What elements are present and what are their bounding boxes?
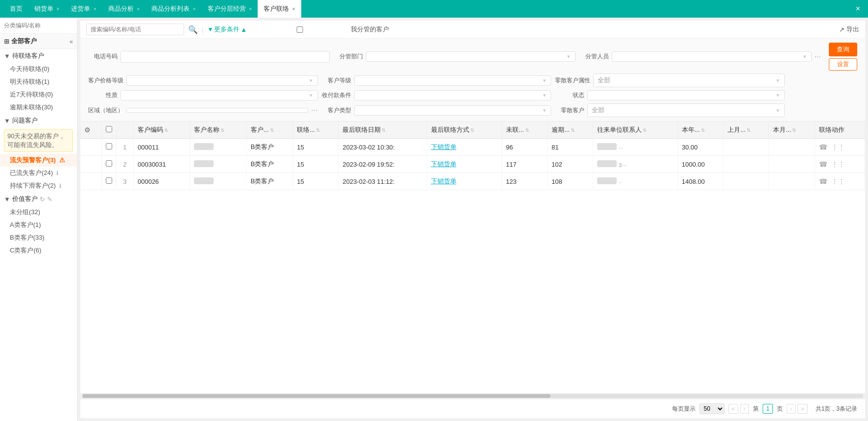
type-sort[interactable]: ⇅: [270, 127, 274, 133]
sidebar-item-b-class[interactable]: B类客户(33): [0, 231, 77, 244]
nav-item-sales[interactable]: 销货单 ×: [28, 0, 65, 18]
search-button[interactable]: 🔍: [188, 25, 198, 34]
all-customers-header[interactable]: ⊞ 全部客户 «: [0, 34, 77, 49]
gear-header[interactable]: ⚙: [80, 122, 101, 139]
nav-item-purchase[interactable]: 进货单 ×: [65, 0, 102, 18]
row2-menu-icon[interactable]: ⋮⋮: [831, 160, 845, 168]
row2-type: B类客户: [246, 156, 292, 173]
manager-more[interactable]: ···: [815, 52, 821, 61]
refresh-icon[interactable]: ↻: [40, 196, 45, 203]
manager-select[interactable]: ▼: [612, 51, 812, 62]
sidebar-item-a-class[interactable]: A类客户(1): [0, 219, 77, 231]
sidebar-item-c-class[interactable]: C类客户(6): [0, 244, 77, 257]
sidebar-item-churned[interactable]: 已流失客户(24) ℹ: [0, 167, 77, 179]
row2-name-blurred: [194, 160, 214, 167]
nav-item-home[interactable]: 首页: [4, 0, 28, 18]
phone-input[interactable]: [121, 51, 330, 63]
collapse-icon[interactable]: «: [70, 38, 73, 45]
chevron-up-icon: ▲: [241, 26, 247, 33]
uncontacted-sort[interactable]: ⇅: [525, 127, 529, 133]
table-gear-icon[interactable]: ⚙: [84, 126, 91, 134]
my-customers-checkbox[interactable]: [251, 26, 349, 33]
row1-menu-icon[interactable]: ⋮⋮: [831, 143, 845, 151]
close-analysis-icon[interactable]: ×: [137, 6, 140, 12]
row2-num: 2: [116, 156, 133, 173]
close-segment-icon[interactable]: ×: [249, 6, 252, 12]
section-problem-customers[interactable]: ▼ 问题客户: [0, 114, 77, 127]
row3-select[interactable]: [106, 177, 112, 184]
last-page-btn[interactable]: »: [797, 404, 808, 414]
export-button[interactable]: ↗ 导出: [839, 25, 859, 34]
page-size-select[interactable]: 50 100 200: [699, 403, 724, 414]
section-arrow-3: ▼: [4, 196, 10, 203]
scatter-select[interactable]: 全部 ▼: [587, 103, 785, 117]
method-sort[interactable]: ⇅: [470, 127, 474, 133]
scroll-track[interactable]: [82, 394, 863, 398]
row3-menu-icon[interactable]: ⋮⋮: [831, 177, 845, 185]
row1-phone-icon[interactable]: ☎: [819, 143, 827, 151]
row3-phone-icon[interactable]: ☎: [819, 177, 827, 185]
payment-select[interactable]: ▼: [354, 90, 552, 100]
row1-name-blurred: [194, 143, 214, 150]
table-area: ⚙ 客户编码⇅ 客户名称⇅ 客户...⇅ 联络...⇅ 最后联络日期⇅ 最后联络…: [80, 122, 865, 393]
settings-button[interactable]: 设置: [829, 58, 857, 71]
sidebar-search-input[interactable]: [4, 22, 77, 29]
select-all-checkbox[interactable]: [106, 126, 112, 132]
row2-phone-icon[interactable]: ☎: [819, 160, 827, 168]
nav-item-customer-contact[interactable]: 客户联络 ×: [258, 0, 301, 18]
more-conditions-btn[interactable]: ▼ 更多条件 ▲: [207, 25, 247, 34]
region-more[interactable]: ···: [311, 106, 317, 115]
sidebar-item-churn-warning[interactable]: 流失预警客户(3) ⚠: [0, 154, 77, 167]
dept-select[interactable]: ▼: [366, 51, 575, 62]
row2-select[interactable]: [106, 160, 112, 167]
horizontal-scrollbar[interactable]: [80, 393, 865, 399]
overdue-sort[interactable]: ⇅: [571, 127, 575, 133]
query-button[interactable]: 查询: [829, 43, 857, 56]
row1-liaison-blurred: [597, 143, 617, 150]
thismonth-sort[interactable]: ⇅: [792, 127, 796, 133]
sidebar-item-overdue[interactable]: 逾期未联络(30): [0, 101, 77, 114]
sidebar-item-7days[interactable]: 近7天待联络(0): [0, 88, 77, 101]
close-contact-icon[interactable]: ×: [292, 6, 295, 12]
last-date-header: 最后联络日期⇅: [338, 122, 427, 139]
close-analysis-list-icon[interactable]: ×: [193, 6, 195, 12]
close-all-tabs[interactable]: ×: [852, 4, 864, 13]
edit-icon[interactable]: ✎: [47, 196, 52, 203]
next-page-btn[interactable]: ›: [787, 404, 796, 414]
nature-select[interactable]: ▼: [121, 90, 318, 100]
customer-type-select[interactable]: ▼: [354, 105, 552, 116]
prev-page-btn[interactable]: ‹: [740, 404, 749, 414]
row1-select[interactable]: [106, 143, 112, 149]
nav-item-analysis[interactable]: 商品分析 ×: [102, 0, 145, 18]
nav-item-customer-segment[interactable]: 客户分层经营 ×: [202, 0, 258, 18]
close-purchase-icon[interactable]: ×: [93, 6, 96, 12]
nav-item-analysis-list[interactable]: 商品分析列表 ×: [145, 0, 201, 18]
region-select[interactable]: [126, 108, 308, 113]
date-sort[interactable]: ⇅: [382, 127, 386, 133]
scatter-attr-select[interactable]: 全部 ▼: [593, 74, 785, 87]
table-row: 1 000011 B类客户 15 2023-03-02 10:30: 下销货单 …: [80, 139, 865, 156]
lastmonth-sort[interactable]: ⇅: [747, 127, 750, 133]
row1-contact: 15: [293, 139, 338, 156]
manager-arrow: ▼: [802, 54, 807, 59]
close-sales-icon[interactable]: ×: [56, 6, 59, 12]
section-pending-contact[interactable]: ▼ 待联络客户: [0, 49, 77, 63]
thisyear-sort[interactable]: ⇅: [701, 127, 705, 133]
customer-level-select[interactable]: ▼: [354, 75, 552, 86]
price-level-select[interactable]: ▼: [126, 75, 318, 86]
status-select[interactable]: ▼: [587, 90, 785, 100]
sidebar-item-tomorrow[interactable]: 明天待联络(1): [0, 75, 77, 88]
scroll-thumb[interactable]: [82, 394, 551, 398]
section-value-customers[interactable]: ▼ 价值客户 ↻ ✎: [0, 192, 77, 206]
sidebar-item-declining[interactable]: 持续下滑客户(2) ℹ: [0, 179, 77, 192]
liaison-sort[interactable]: ⇅: [643, 127, 647, 133]
sidebar-item-today[interactable]: 今天待联络(0): [0, 63, 77, 75]
first-page-btn[interactable]: «: [728, 404, 739, 414]
sidebar-item-ungroup[interactable]: 未分组(32): [0, 206, 77, 219]
code-sort[interactable]: ⇅: [164, 127, 168, 133]
search-input[interactable]: [86, 24, 184, 35]
row1-action-icons: ☎ ⋮⋮: [819, 143, 861, 151]
contact-sort[interactable]: ⇅: [316, 127, 320, 133]
row2-this-month: [769, 156, 815, 173]
name-sort[interactable]: ⇅: [220, 127, 224, 133]
